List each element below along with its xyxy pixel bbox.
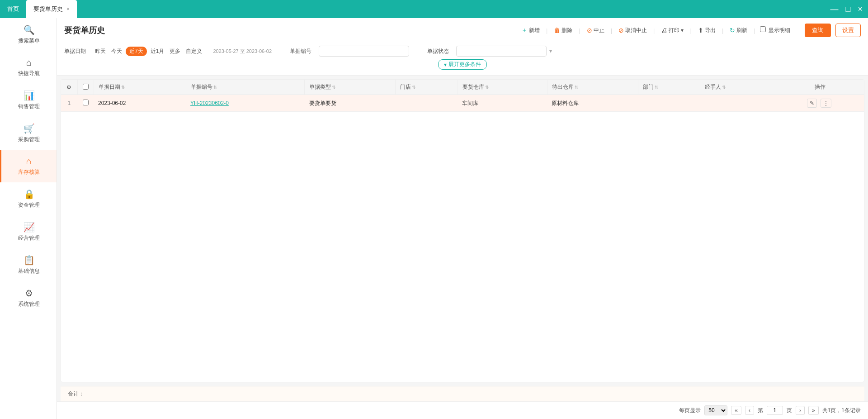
tab-current[interactable]: 要货单历史 × — [26, 0, 77, 18]
col-handler[interactable]: 经手人⇅ — [700, 80, 776, 95]
toolbar: ＋ 新增 | 🗑 删除 | ⊘ 中止 | ⊘ 取消中止 | — [519, 24, 861, 37]
col-date[interactable]: 单据日期⇅ — [94, 80, 186, 95]
filter-area: 单据日期 昨天 今天 近7天 近1月 更多 自定义 2023-05-27 至 2… — [57, 41, 868, 76]
maximize-icon[interactable]: □ — [846, 5, 851, 14]
tab-home[interactable]: 首页 — [0, 0, 26, 18]
status-dropdown-icon[interactable]: ▾ — [549, 48, 552, 54]
select-all-checkbox[interactable] — [83, 84, 89, 90]
cancel-stop-button[interactable]: ⊘ 取消中止 — [617, 26, 649, 35]
date-btn-1month[interactable]: 近1月 — [149, 47, 166, 56]
col-store[interactable]: 门店⇅ — [395, 80, 458, 95]
doc-no-input[interactable] — [319, 46, 409, 57]
expand-more-row: ▾ 展开更多条件 — [64, 57, 861, 71]
table-row: 1 2023-06-02 YH-20230602-0 要货单要货 车间库 原材料… — [61, 95, 864, 112]
sidebar-item-sales[interactable]: 📊 销售管理 — [0, 84, 57, 117]
sidebar-item-sales-label: 销售管理 — [18, 103, 40, 110]
table-header-row: ⚙ 单据日期⇅ 单据编号⇅ 单据类型⇅ 门店⇅ 要货仓库⇅ 待出仓库⇅ 部门⇅ … — [61, 80, 864, 95]
col-checkbox — [77, 80, 94, 95]
col-doc-type[interactable]: 单据类型⇅ — [305, 80, 396, 95]
col-req-warehouse[interactable]: 要货仓库⇅ — [458, 80, 547, 95]
refresh-button[interactable]: ↻ 刷新 — [728, 26, 749, 35]
sidebar-item-operations[interactable]: 📈 经营管理 — [0, 215, 57, 248]
tab-current-label: 要货单历史 — [33, 5, 63, 13]
sidebar-item-purchase[interactable]: 🛒 采购管理 — [0, 117, 57, 150]
divider6: | — [722, 27, 723, 34]
prev-page-button[interactable]: ‹ — [745, 406, 754, 415]
sum-label: 合计： — [68, 390, 84, 397]
sidebar-item-search-menu[interactable]: 🔍 搜索菜单 — [0, 18, 57, 51]
system-icon: ⚙ — [25, 288, 33, 299]
export-icon: ⬆ — [698, 27, 703, 34]
delete-button[interactable]: 🗑 删除 — [552, 26, 574, 35]
status-input[interactable] — [456, 46, 547, 57]
doc-no-filter-label: 单据编号 — [290, 48, 311, 55]
table-container: ⚙ 单据日期⇅ 单据编号⇅ 单据类型⇅ 门店⇅ 要货仓库⇅ 待出仓库⇅ 部门⇅ … — [61, 79, 864, 382]
page-label: 第 — [758, 407, 763, 414]
refresh-label: 刷新 — [736, 27, 747, 34]
stop-button[interactable]: ⊘ 中止 — [585, 26, 606, 35]
per-page-select[interactable]: 20 50 100 — [704, 405, 727, 415]
sidebar-item-quick-nav[interactable]: ⌂ 快捷导航 — [0, 51, 57, 84]
export-button[interactable]: ⬆ 导出 — [696, 26, 717, 35]
operations-icon: 📈 — [24, 222, 35, 233]
tab-close-icon[interactable]: × — [66, 6, 70, 12]
col-dept[interactable]: 部门⇅ — [638, 80, 700, 95]
divider1: | — [546, 27, 547, 34]
print-label: 打印 — [669, 27, 679, 34]
new-button[interactable]: ＋ 新增 — [519, 25, 542, 35]
per-page-label: 每页显示 — [679, 407, 701, 414]
row-checkbox[interactable] — [83, 100, 89, 105]
sales-icon: 📊 — [24, 90, 35, 101]
expand-more-button[interactable]: ▾ 展开更多条件 — [438, 59, 487, 70]
sidebar-item-inventory[interactable]: ⌂ 库存核算 — [0, 150, 57, 182]
main-layout: 🔍 搜索菜单 ⌂ 快捷导航 📊 销售管理 🛒 采购管理 ⌂ 库存核算 🔒 资金管… — [0, 18, 868, 419]
purchase-icon: 🛒 — [24, 123, 35, 134]
row-dept — [638, 95, 700, 112]
row-handler — [700, 95, 776, 112]
date-btn-today[interactable]: 今天 — [109, 47, 124, 56]
page-header: 要货单历史 ＋ 新增 | 🗑 删除 | ⊘ 中止 | ⊘ — [57, 18, 868, 41]
content-area: 要货单历史 ＋ 新增 | 🗑 删除 | ⊘ 中止 | ⊘ — [57, 18, 868, 419]
page-suffix-label: 页 — [787, 407, 792, 414]
refresh-icon: ↻ — [730, 27, 735, 34]
display-detail-checkbox[interactable] — [760, 26, 766, 32]
settings-button[interactable]: 设置 — [835, 24, 861, 37]
sidebar: 🔍 搜索菜单 ⌂ 快捷导航 📊 销售管理 🛒 采购管理 ⌂ 库存核算 🔒 资金管… — [0, 18, 57, 419]
last-page-button[interactable]: » — [808, 406, 819, 415]
next-page-button[interactable]: › — [796, 406, 805, 415]
sidebar-item-basic-info[interactable]: 📋 基础信息 — [0, 248, 57, 281]
cancel-icon: ⊘ — [618, 27, 624, 34]
divider3: | — [611, 27, 612, 34]
date-btn-more[interactable]: 更多 — [168, 47, 182, 56]
page-input[interactable] — [767, 406, 783, 415]
col-settings[interactable]: ⚙ — [61, 80, 77, 95]
date-btn-7days[interactable]: 近7天 — [126, 47, 147, 56]
display-detail-label: 显示明细 — [769, 27, 790, 33]
date-btn-yesterday[interactable]: 昨天 — [93, 47, 108, 56]
date-range-display: 2023-05-27 至 2023-06-02 — [213, 48, 272, 55]
sidebar-item-system[interactable]: ⚙ 系统管理 — [0, 281, 57, 314]
doc-no-link[interactable]: YH-20230602-0 — [190, 100, 229, 106]
sidebar-item-operations-label: 经营管理 — [18, 234, 40, 242]
more-action-button[interactable]: ⋮ — [821, 99, 831, 108]
display-detail-checkbox-label: 显示明细 — [760, 26, 790, 34]
col-doc-no[interactable]: 单据编号⇅ — [186, 80, 305, 95]
sidebar-item-purchase-label: 采购管理 — [18, 136, 40, 143]
sidebar-item-finance[interactable]: 🔒 资金管理 — [0, 182, 57, 215]
tab-bar: 首页 要货单历史 × — □ × — [0, 0, 868, 18]
close-window-icon[interactable]: × — [858, 5, 863, 14]
row-date: 2023-06-02 — [94, 95, 186, 112]
col-pending-warehouse[interactable]: 待出仓库⇅ — [547, 80, 638, 95]
row-pending-warehouse: 原材料仓库 — [547, 95, 638, 112]
print-button[interactable]: 🖨 打印 ▾ — [659, 26, 685, 35]
minimize-icon[interactable]: — — [830, 5, 839, 14]
query-button[interactable]: 查询 — [805, 24, 831, 37]
basic-info-icon: 📋 — [24, 255, 35, 266]
quick-nav-icon: ⌂ — [26, 57, 32, 68]
edit-button[interactable]: ✎ — [807, 99, 817, 108]
date-btn-custom[interactable]: 自定义 — [184, 47, 204, 56]
sidebar-item-inventory-label: 库存核算 — [18, 168, 40, 176]
first-page-button[interactable]: « — [731, 406, 741, 415]
sidebar-item-finance-label: 资金管理 — [18, 201, 40, 209]
total-label: 共1页，1条记录 — [822, 407, 861, 414]
